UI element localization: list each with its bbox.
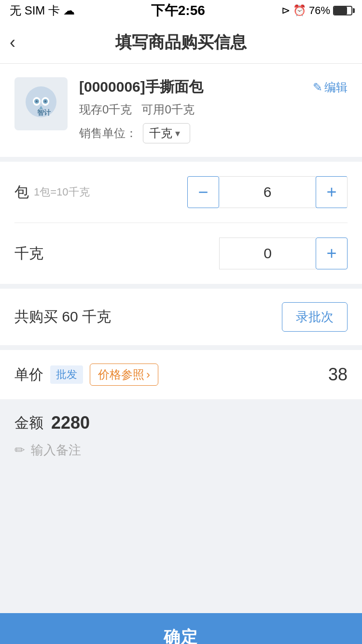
- edit-button[interactable]: ✎ 编辑: [313, 80, 348, 95]
- product-stock: 现存0千克 可用0千克: [79, 102, 348, 117]
- location-icon: ⊳: [281, 4, 290, 17]
- kg-increase-button[interactable]: +: [316, 238, 348, 269]
- price-reference-button[interactable]: 价格参照 ›: [90, 364, 158, 386]
- page-title: 填写商品购买信息: [115, 31, 247, 54]
- battery-icon: [333, 6, 352, 15]
- amount-row: 金额 2280: [14, 413, 348, 433]
- battery-percent: 76%: [309, 4, 330, 17]
- price-value: 38: [328, 364, 348, 385]
- kg-label: 千克: [14, 244, 43, 264]
- product-image: 智计: [14, 77, 68, 130]
- batch-button[interactable]: 录批次: [282, 302, 348, 332]
- summary-text: 共购买 60 千克: [14, 307, 111, 327]
- amount-value: 2280: [51, 413, 90, 433]
- status-right: ⊳ ⏰ 76%: [281, 4, 352, 17]
- price-row: 单价 批发 价格参照 › 38: [14, 364, 348, 386]
- remark-text: 输入备注: [31, 442, 81, 459]
- kg-input-row: 千克 +: [14, 223, 348, 284]
- bag-increase-button[interactable]: +: [316, 176, 348, 208]
- bag-label: 包 1包=10千克: [14, 182, 90, 202]
- confirm-bar[interactable]: 确定: [0, 613, 362, 644]
- bag-qty-control: − +: [187, 176, 348, 208]
- product-name-row: [0000006]手撕面包 ✎ 编辑: [79, 77, 348, 97]
- product-card: 智计 [0000006]手撕面包 ✎ 编辑 现存0千克 可用0千克 销售单位： …: [0, 64, 362, 162]
- price-section: 单价 批发 价格参照 › 38: [0, 350, 362, 399]
- status-bar: 无 SIM 卡 ☁ 下午2:56 ⊳ ⏰ 76%: [0, 0, 362, 21]
- product-unit-row: 销售单位： 千克 ▾: [79, 123, 348, 143]
- unit-select[interactable]: 千克 ▾: [143, 123, 190, 143]
- product-info: [0000006]手撕面包 ✎ 编辑 现存0千克 可用0千克 销售单位： 千克 …: [79, 77, 348, 143]
- summary-row: 共购买 60 千克 录批次: [0, 284, 362, 350]
- status-left: 无 SIM 卡 ☁: [10, 3, 75, 18]
- price-label: 单价: [14, 365, 43, 385]
- input-section: 包 1包=10千克 − + 千克 +: [0, 162, 362, 284]
- svg-point-5: [36, 100, 38, 102]
- unit-label: 销售单位：: [79, 126, 137, 141]
- amount-section: 金额 2280 ✏ 输入备注: [0, 399, 362, 468]
- chevron-down-icon: ▾: [175, 127, 180, 139]
- bag-input-row: 包 1包=10千克 − +: [14, 162, 348, 223]
- bag-decrease-button[interactable]: −: [187, 176, 219, 208]
- svg-text:智计: 智计: [37, 109, 51, 116]
- status-time: 下午2:56: [151, 1, 205, 20]
- page-spacer: [0, 468, 362, 613]
- amount-label: 金额: [14, 413, 43, 433]
- sim-label: 无 SIM 卡 ☁: [10, 3, 75, 18]
- product-logo-icon: 智计: [24, 85, 58, 119]
- remark-row[interactable]: ✏ 输入备注: [14, 442, 348, 459]
- nav-bar: ‹ 填写商品购买信息: [0, 21, 362, 64]
- back-button[interactable]: ‹: [10, 32, 15, 53]
- pencil-icon: ✏: [14, 443, 25, 458]
- kg-qty-control: +: [219, 238, 348, 269]
- alarm-icon: ⏰: [293, 4, 306, 17]
- kg-quantity-input[interactable]: [219, 238, 316, 269]
- bag-quantity-input[interactable]: [219, 176, 316, 208]
- chevron-right-icon: ›: [146, 368, 150, 381]
- svg-point-6: [44, 100, 46, 102]
- confirm-button-label: 确定: [164, 626, 198, 644]
- batch-tag: 批发: [50, 365, 83, 384]
- price-left: 单价 批发 价格参照 ›: [14, 364, 158, 386]
- bag-sublabel: 1包=10千克: [34, 185, 90, 199]
- product-name: [0000006]手撕面包: [79, 77, 203, 97]
